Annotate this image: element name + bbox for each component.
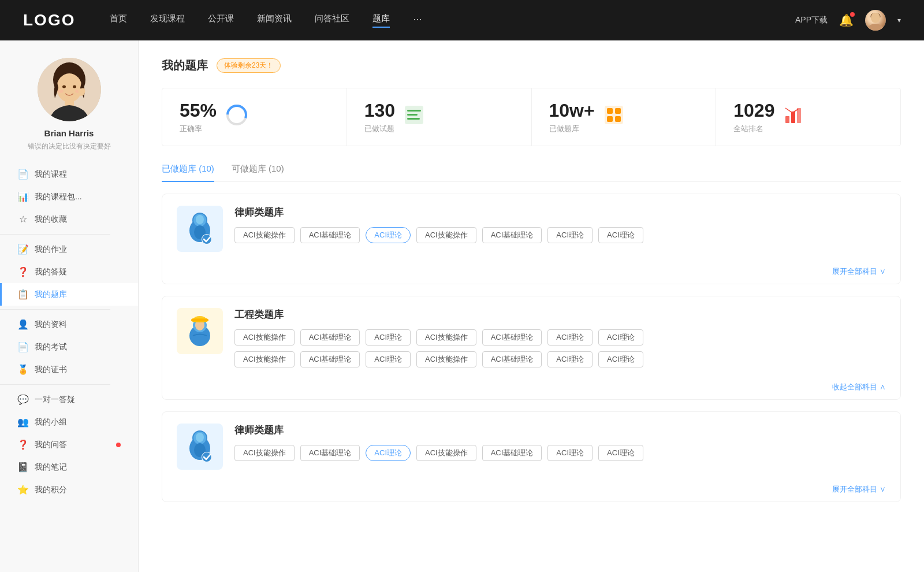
bar-svg: [783, 105, 804, 125]
qbank-tag-1-4[interactable]: ACI基础理论: [482, 227, 542, 243]
profile-icon: 👤: [17, 319, 29, 330]
sidebar-item-homework-label: 我的作业: [35, 244, 67, 255]
engineer-icon-wrap: [177, 308, 223, 354]
sidebar-item-certificate[interactable]: 🏅 我的证书: [0, 358, 138, 381]
svg-rect-19: [607, 108, 613, 114]
qbank-tag-1-2[interactable]: ACI理论: [366, 227, 411, 243]
sidebar-divider-3: [0, 384, 110, 385]
sidebar-item-questions[interactable]: ❓ 我的答疑: [0, 261, 138, 283]
sidebar-item-profile[interactable]: 👤 我的资料: [0, 313, 138, 336]
svg-rect-15: [407, 110, 421, 112]
qbank-tag-2-r2-4[interactable]: ACI基础理论: [482, 351, 542, 367]
sidebar-item-homework[interactable]: 📝 我的作业: [0, 238, 138, 261]
qbank-info-2: 工程类题库 ACI技能操作 ACI基础理论 ACI理论 ACI技能操作 ACI基…: [234, 308, 886, 367]
top-navigation: LOGO 首页 发现课程 公开课 新闻资讯 问答社区 题库 ··· APP下载 …: [0, 0, 924, 40]
homework-icon: 📝: [17, 244, 29, 255]
qbank-tag-2-r1-1[interactable]: ACI基础理论: [300, 329, 360, 346]
qbank-tag-2-r2-2[interactable]: ACI理论: [366, 351, 411, 367]
qbank-expand-3[interactable]: 展开全部科目 ∨: [162, 481, 900, 502]
course-icon: 📄: [17, 169, 29, 180]
qbank-tag-2-r1-0[interactable]: ACI技能操作: [234, 329, 295, 346]
qbank-card-engineer: 工程类题库 ACI技能操作 ACI基础理论 ACI理论 ACI技能操作 ACI基…: [162, 296, 901, 400]
notes-icon: 📓: [17, 462, 29, 473]
svg-point-5: [57, 73, 82, 102]
qbank-tag-2-r2-0[interactable]: ACI技能操作: [234, 351, 295, 367]
sidebar-item-course-package[interactable]: 📊 我的课程包...: [0, 185, 138, 208]
user-avatar-nav[interactable]: [865, 10, 886, 31]
sidebar-item-my-qa-label: 我的问答: [35, 440, 67, 450]
sidebar-item-questionbank[interactable]: 📋 我的题库: [0, 283, 138, 306]
stat-questions-done-text: 130 已做试题: [364, 100, 395, 134]
nav-link-more[interactable]: ···: [413, 13, 422, 28]
sidebar-item-notes[interactable]: 📓 我的笔记: [0, 456, 138, 478]
qbank-tag-3-1[interactable]: ACI基础理论: [300, 445, 360, 461]
nav-link-home[interactable]: 首页: [110, 13, 127, 28]
app-download-button[interactable]: APP下载: [795, 15, 828, 25]
qbank-card-inner-2: 工程类题库 ACI技能操作 ACI基础理论 ACI理论 ACI技能操作 ACI基…: [162, 296, 900, 379]
qbank-tag-1-6[interactable]: ACI理论: [598, 227, 643, 243]
page-header: 我的题库 体验剩余23天！: [162, 58, 901, 73]
qbank-info-3: 律师类题库 ACI技能操作 ACI基础理论 ACI理论 ACI技能操作 ACI基…: [234, 424, 886, 461]
qbank-collapse-2[interactable]: 收起全部科目 ∧: [162, 379, 900, 399]
qbank-tag-2-r1-5[interactable]: ACI理论: [547, 329, 593, 346]
qbank-tag-1-0[interactable]: ACI技能操作: [234, 227, 295, 243]
qbank-tag-3-4[interactable]: ACI基础理论: [482, 445, 542, 461]
sidebar-item-tutoring-label: 一对一答疑: [35, 395, 75, 405]
qbank-name-1: 律师类题库: [234, 206, 886, 219]
qbank-tag-2-r1-3[interactable]: ACI技能操作: [416, 329, 476, 346]
user-avatar-image: [38, 58, 101, 121]
qbank-tag-1-3[interactable]: ACI技能操作: [416, 227, 476, 243]
pie-chart-svg: [225, 103, 248, 127]
svg-point-45: [196, 433, 204, 442]
sidebar-item-group[interactable]: 👥 我的小组: [0, 411, 138, 433]
sidebar-menu: 📄 我的课程 📊 我的课程包... ☆ 我的收藏 📝 我的作业 ❓ 我的答疑 �: [0, 163, 138, 501]
qbank-tag-3-2[interactable]: ACI理论: [366, 445, 411, 461]
qbank-expand-1[interactable]: 展开全部科目 ∨: [162, 263, 900, 284]
sidebar-item-course[interactable]: 📄 我的课程: [0, 163, 138, 185]
sidebar-item-points[interactable]: ⭐ 我的积分: [0, 478, 138, 501]
qbank-tag-3-0[interactable]: ACI技能操作: [234, 445, 295, 461]
qbank-tag-3-3[interactable]: ACI技能操作: [416, 445, 476, 461]
stat-accuracy: 55% 正确率: [162, 88, 347, 146]
qbank-tag-2-r1-2[interactable]: ACI理论: [366, 329, 411, 346]
questions-icon: ❓: [17, 266, 29, 277]
nav-link-qa[interactable]: 问答社区: [315, 13, 349, 28]
nav-dropdown-arrow[interactable]: ▾: [897, 16, 901, 24]
qbank-tag-3-5[interactable]: ACI理论: [547, 445, 593, 461]
sidebar-item-exam[interactable]: 📄 我的考试: [0, 336, 138, 358]
lawyer-svg-2: [182, 428, 217, 466]
tab-done-banks[interactable]: 已做题库 (10): [162, 164, 214, 181]
qbank-tag-2-r2-3[interactable]: ACI技能操作: [416, 351, 476, 367]
tab-available-banks[interactable]: 可做题库 (10): [232, 164, 284, 181]
qbank-tag-3-6[interactable]: ACI理论: [598, 445, 643, 461]
svg-point-29: [196, 215, 204, 224]
nav-link-discover[interactable]: 发现课程: [150, 13, 185, 28]
notification-bell[interactable]: 🔔: [839, 13, 854, 27]
nav-link-news[interactable]: 新闻资讯: [257, 13, 292, 28]
svg-rect-22: [615, 116, 621, 122]
sidebar-item-my-qa[interactable]: ❓ 我的问答: [0, 433, 138, 456]
nav-link-opencourse[interactable]: 公开课: [208, 13, 234, 28]
qbank-tag-2-r1-6[interactable]: ACI理论: [598, 329, 643, 346]
qbank-tag-2-r1-4[interactable]: ACI基础理论: [482, 329, 542, 346]
list-svg: [404, 105, 424, 125]
qbank-card-inner-1: 律师类题库 ACI技能操作 ACI基础理论 ACI理论 ACI技能操作 ACI基…: [162, 194, 900, 263]
content-area: 我的题库 体验剩余23天！ 55% 正确率: [139, 40, 924, 572]
svg-rect-20: [615, 108, 621, 114]
sidebar-item-tutoring[interactable]: 💬 一对一答疑: [0, 388, 138, 411]
nav-link-questionbank[interactable]: 题库: [372, 13, 390, 28]
list-chart-icon: [404, 105, 424, 129]
avatar-svg: [865, 10, 886, 31]
qbank-card-lawyer-2: 律师类题库 ACI技能操作 ACI基础理论 ACI理论 ACI技能操作 ACI基…: [162, 411, 901, 502]
stat-questions-done: 130 已做试题: [347, 88, 532, 146]
sidebar-item-favorites-label: 我的收藏: [35, 214, 67, 225]
qbank-tag-1-1[interactable]: ACI基础理论: [300, 227, 360, 243]
sidebar-item-profile-label: 我的资料: [35, 320, 67, 330]
sidebar-item-favorites[interactable]: ☆ 我的收藏: [0, 208, 138, 231]
qbank-tag-1-5[interactable]: ACI理论: [547, 227, 593, 243]
qbank-tag-2-r2-6[interactable]: ACI理论: [598, 351, 643, 367]
qbank-tag-2-r2-1[interactable]: ACI基础理论: [300, 351, 360, 367]
qbank-card-inner-3: 律师类题库 ACI技能操作 ACI基础理论 ACI理论 ACI技能操作 ACI基…: [162, 412, 900, 481]
logo: LOGO: [23, 11, 75, 29]
qbank-tag-2-r2-5[interactable]: ACI理论: [547, 351, 593, 367]
